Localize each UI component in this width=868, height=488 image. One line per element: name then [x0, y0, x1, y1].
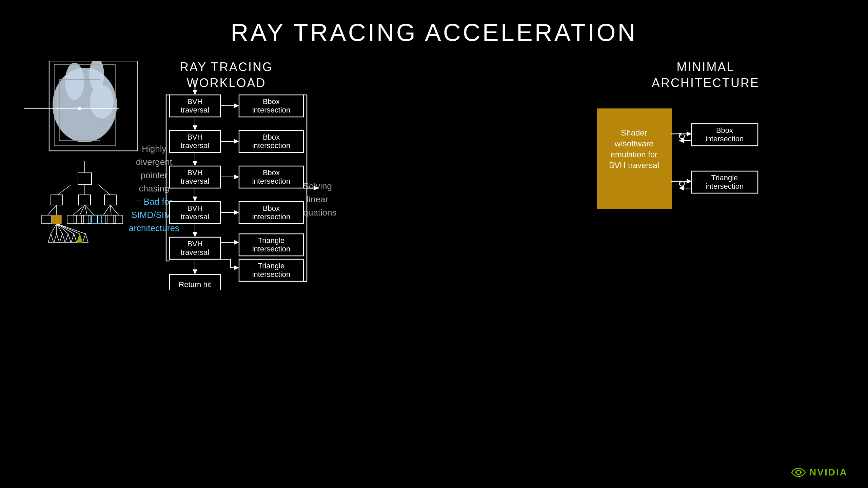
svg-line-35 [51, 224, 57, 234]
svg-marker-42 [48, 234, 54, 242]
svg-text:Bbox: Bbox [263, 133, 280, 141]
svg-text:Triangle: Triangle [258, 236, 285, 245]
svg-text:Shader: Shader [621, 128, 647, 137]
svg-text:Bbox: Bbox [716, 126, 733, 135]
svg-marker-46 [71, 234, 77, 242]
nvidia-text: NVIDIA [809, 467, 848, 478]
svg-rect-26 [42, 215, 51, 224]
svg-text:intersection: intersection [252, 141, 291, 150]
svg-point-3 [90, 85, 114, 119]
svg-text:intersection: intersection [706, 182, 744, 190]
svg-text:BVH: BVH [187, 97, 202, 106]
svg-rect-91 [239, 130, 303, 152]
svg-text:Bbox: Bbox [263, 204, 280, 212]
svg-marker-100 [234, 210, 239, 215]
svg-rect-10 [78, 173, 92, 185]
svg-line-11 [58, 185, 71, 195]
solving-annotation: Solvinglinearequations [298, 180, 337, 219]
svg-rect-27 [52, 215, 61, 224]
svg-marker-90 [234, 139, 239, 144]
svg-rect-34 [113, 215, 123, 224]
minimal-section-label: MINIMAL ARCHITECTURE [652, 59, 760, 91]
svg-text:Bbox: Bbox [263, 97, 280, 106]
svg-marker-56 [193, 125, 197, 130]
svg-marker-105 [234, 240, 239, 245]
svg-marker-61 [193, 161, 197, 166]
svg-text:traversal: traversal [181, 106, 209, 114]
svg-marker-112 [234, 265, 239, 270]
svg-marker-95 [234, 175, 239, 179]
minimal-arch-svg: Shader w/software emulation for BVH trav… [597, 108, 800, 237]
svg-rect-30 [81, 215, 91, 224]
svg-rect-101 [239, 202, 303, 224]
nvidia-logo: NVIDIA [790, 467, 848, 478]
svg-rect-52 [170, 95, 220, 117]
svg-rect-113 [239, 259, 303, 281]
svg-line-25 [110, 205, 119, 215]
svg-text:Bbox: Bbox [263, 168, 280, 177]
svg-line-40 [57, 224, 80, 234]
svg-rect-96 [239, 166, 303, 188]
svg-text:BVH: BVH [187, 240, 202, 248]
svg-text:BVH: BVH [187, 168, 202, 177]
svg-rect-49 [92, 215, 102, 224]
svg-text:↻: ↻ [678, 179, 686, 189]
svg-rect-16 [104, 195, 116, 205]
svg-line-38 [57, 224, 68, 234]
nvidia-eye-icon [790, 467, 807, 478]
svg-text:traversal: traversal [181, 141, 209, 150]
svg-line-20 [80, 205, 85, 215]
svg-marker-43 [54, 234, 59, 242]
svg-point-142 [797, 471, 800, 474]
svg-text:w/software: w/software [614, 139, 654, 148]
svg-rect-29 [74, 215, 83, 224]
svg-point-1 [65, 63, 84, 100]
svg-marker-66 [193, 197, 197, 202]
svg-marker-48 [83, 234, 88, 242]
svg-text:intersection: intersection [252, 212, 291, 221]
svg-rect-77 [170, 274, 220, 290]
svg-text:traversal: traversal [181, 248, 209, 257]
svg-rect-14 [51, 195, 63, 205]
svg-text:intersection: intersection [252, 177, 291, 185]
svg-rect-86 [239, 95, 303, 117]
svg-line-24 [110, 205, 111, 215]
svg-marker-71 [193, 232, 197, 237]
svg-text:intersection: intersection [252, 106, 291, 114]
minimal-architecture-container: Shader w/software emulation for BVH trav… [597, 108, 800, 239]
svg-marker-76 [193, 269, 197, 274]
page-title: RAY TRACING ACCELERATION [0, 0, 868, 46]
svg-marker-45 [65, 234, 71, 242]
svg-rect-31 [88, 215, 98, 224]
svg-text:intersection: intersection [252, 245, 291, 253]
svg-text:intersection: intersection [706, 135, 744, 143]
svg-rect-72 [170, 237, 220, 259]
svg-marker-44 [60, 234, 65, 242]
svg-text:Return hit: Return hit [179, 280, 211, 289]
svg-line-19 [73, 205, 85, 215]
svg-text:traversal: traversal [181, 177, 209, 185]
svg-marker-135 [687, 179, 692, 184]
svg-marker-85 [234, 103, 239, 108]
svg-marker-127 [687, 131, 692, 136]
svg-line-13 [98, 185, 110, 195]
svg-text:intersection: intersection [252, 270, 291, 279]
svg-line-23 [103, 205, 110, 215]
svg-text:traversal: traversal [181, 212, 209, 221]
svg-text:↻: ↻ [678, 131, 686, 142]
svg-line-17 [47, 205, 57, 215]
svg-marker-47 [77, 234, 82, 242]
svg-point-8 [78, 107, 81, 110]
bvh-tree-diagram [20, 61, 149, 271]
svg-rect-106 [239, 234, 303, 256]
svg-text:emulation for: emulation for [611, 150, 658, 159]
svg-text:BVH: BVH [187, 204, 202, 212]
workload-section-label: RAY TRACING WORKLOAD [180, 59, 273, 91]
svg-rect-28 [67, 215, 77, 224]
svg-text:BVH: BVH [187, 133, 202, 141]
svg-text:Triangle: Triangle [258, 262, 285, 270]
svg-text:BVH traversal: BVH traversal [609, 161, 659, 170]
svg-text:Triangle: Triangle [711, 174, 738, 182]
svg-rect-15 [79, 195, 91, 205]
